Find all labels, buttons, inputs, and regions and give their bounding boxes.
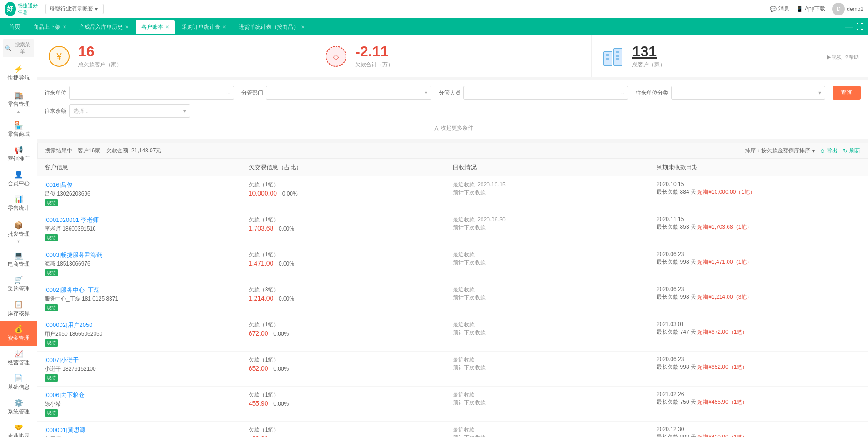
tab-products-toggle[interactable]: 商品上下架 ✕	[28, 20, 72, 34]
sidebar-item-enterprise-collab[interactable]: 🤝 企业协同	[0, 419, 37, 437]
next-collection: 预计下次收款	[453, 364, 657, 372]
sidebar-item-inventory-check[interactable]: 📋 库存核算	[0, 296, 37, 321]
tab-minimize-icon[interactable]: —	[845, 23, 853, 31]
debt-ratio: 0.00%	[273, 366, 289, 372]
sidebar-item-label: 批发管理	[8, 231, 30, 238]
customer-name-link[interactable]: [000001]黄思源	[45, 426, 249, 434]
filter-row-1: 往来单位 ··· 分管部门 ▾ 分管人员 ···	[45, 86, 861, 100]
overdue-amount-link[interactable]: 超期¥455.90（1笔）	[697, 399, 748, 405]
from-balance-input[interactable]: 选择... ▾	[69, 104, 190, 118]
app-download-button[interactable]: 📱 App下载	[796, 5, 825, 13]
svg-rect-9	[616, 55, 619, 57]
logo-text: 畅捷通好生意	[18, 3, 41, 15]
video-button[interactable]: ▶ 视频	[827, 54, 842, 60]
customer-tag: 现结	[45, 374, 58, 382]
sidebar-item-system-mgmt[interactable]: ⚙️ 系统管理	[0, 395, 37, 419]
tab-customer-account[interactable]: 客户账本 ✕	[136, 20, 175, 34]
overdue-amount-link[interactable]: 超期¥672.00（1笔）	[697, 329, 748, 335]
sidebar-item-retail-mall[interactable]: 🏪 零售商城	[0, 117, 37, 142]
customer-info-cell: [0016]吕俊 吕俊 13026203696 现结	[45, 181, 249, 206]
stat-card-debt-customers: ¥ 16 总欠款客户（家）	[37, 35, 314, 77]
debt-count: 欠款（1笔）	[249, 181, 453, 189]
sidebar-item-retail-stats[interactable]: 📊 零售统计	[0, 191, 37, 216]
overdue-amount-link[interactable]: 超期¥429.00（1笔）	[697, 434, 748, 437]
overdue-days: 最长欠款 808 天 超期¥429.00（1笔）	[657, 433, 861, 437]
chevron-down-icon: ▾	[812, 148, 815, 154]
tab-inventory-stat[interactable]: 进货单统计表（按商品） ✕	[233, 20, 310, 34]
overdue-amount-link[interactable]: 超期¥1,703.68（1笔）	[697, 224, 752, 230]
customer-info-cell: [000001]黄思源 黄思源 13552700226 现结	[45, 426, 249, 437]
member-icon: 👤	[14, 170, 23, 179]
table-row: [0003]畅捷服务尹海燕 海燕 18513066976 现结 欠款（1笔） 1…	[37, 246, 868, 281]
customer-name-link[interactable]: [0016]吕俊	[45, 181, 249, 189]
finance-icon: 💰	[14, 325, 23, 333]
sort-selector[interactable]: 排序：按欠款金额倒序排序 ▾	[745, 147, 815, 155]
sort-label-text: 排序：按欠款金额倒序排序	[745, 147, 810, 155]
sidebar-item-finance-mgmt[interactable]: 💰 资金管理	[0, 321, 37, 346]
debt-count: 欠款（1笔）	[249, 321, 453, 329]
customer-tag: 现结	[45, 199, 58, 206]
customer-name-link[interactable]: [0006]去下粮仓	[45, 391, 249, 399]
close-icon[interactable]: ✕	[63, 25, 66, 30]
sidebar-item-marketing[interactable]: 📢 营销推广	[0, 142, 37, 166]
overdue-amount-link[interactable]: 超期¥1,214.00（3笔）	[697, 294, 752, 300]
customer-name-link[interactable]: [0002]服务中心_丁磊	[45, 286, 249, 294]
overdue-days: 最长欠款 998 天 超期¥1,471.00（1笔）	[657, 258, 861, 266]
from-unit-input[interactable]: ···	[69, 86, 234, 100]
chevron-icon: ▼	[16, 239, 20, 244]
sidebar-item-ecommerce[interactable]: 💻 电商管理	[0, 247, 37, 272]
overdue-cell: 2020.06.23 最长欠款 998 天 超期¥652.00（1笔）	[657, 356, 861, 371]
refresh-button[interactable]: ↻ 刷新	[843, 147, 860, 155]
sidebar-item-retail-mgmt[interactable]: 🏬 零售管理 ▲	[0, 87, 37, 117]
sidebar-item-batch-mgmt[interactable]: 📦 批发管理 ▼	[0, 217, 37, 247]
export-button[interactable]: ⊙ 导出	[820, 147, 838, 155]
customer-name-link[interactable]: [0001020001]李老师	[45, 216, 249, 224]
close-icon[interactable]: ✕	[166, 25, 169, 30]
debt-count: 欠款（1笔）	[249, 216, 453, 224]
close-icon[interactable]: ✕	[222, 25, 226, 30]
sidebar-item-operations-mgmt[interactable]: 📈 经营管理	[0, 346, 37, 370]
dots-icon: ···	[226, 90, 230, 95]
debt-ratio: 0.00%	[279, 261, 294, 267]
overdue-amount-link[interactable]: 超期¥652.00（1笔）	[697, 364, 748, 370]
close-icon[interactable]: ✕	[301, 25, 305, 30]
tab-purchase-order[interactable]: 采购订单统计表 ✕	[176, 20, 231, 34]
dept-input[interactable]: ▾	[266, 86, 431, 100]
search-button[interactable]: 查询	[833, 86, 861, 100]
tab-bar-controls: — ⛶	[845, 23, 866, 31]
recent-collection-label: 最近收款	[453, 391, 657, 399]
help-button[interactable]: ? 帮助	[845, 54, 859, 60]
overdue-days: 最长欠款 884 天 超期¥10,000.00（1笔）	[657, 188, 861, 196]
stat-label-debt-customers: 总欠款客户（家）	[78, 61, 305, 69]
next-collection: 预计下次收款	[453, 329, 657, 337]
customer-name-link[interactable]: [000002]用户2050	[45, 321, 249, 329]
filter-from-unit: 往来单位 ···	[45, 86, 234, 100]
svg-text:◇: ◇	[333, 52, 339, 61]
svg-text:¥: ¥	[56, 51, 62, 61]
close-icon[interactable]: ✕	[125, 25, 129, 30]
overdue-amount-link[interactable]: 超期¥10,000.00（1笔）	[697, 189, 755, 195]
sidebar-item-quick-nav[interactable]: ⚡ 快捷导航	[0, 61, 37, 85]
sidebar-item-basic-info[interactable]: 📄 基础信息	[0, 370, 37, 395]
customer-tag: 现结	[45, 304, 58, 311]
sidebar-item-purchase-mgmt[interactable]: 🛒 采购管理	[0, 272, 37, 296]
filter-more-toggle[interactable]: ⋀ 收起更多条件	[45, 122, 861, 134]
sidebar-item-member-center[interactable]: 👤 会员中心	[0, 166, 37, 191]
operations-icon: 📈	[14, 349, 23, 358]
message-button[interactable]: 💬 消息	[770, 5, 789, 13]
customer-name-link[interactable]: [0003]畅捷服务尹海燕	[45, 251, 249, 259]
overdue-amount-link[interactable]: 超期¥1,471.00（1笔）	[697, 259, 752, 265]
user-avatar-button[interactable]: D demo2	[832, 3, 863, 15]
chevron-down-icon: ▾	[425, 90, 427, 96]
manager-input[interactable]: ···	[463, 86, 628, 100]
store-selector[interactable]: 母婴行业演示账套 ▾	[45, 4, 104, 14]
tab-production-history[interactable]: 产成品入库单历史 ✕	[74, 20, 134, 34]
sidebar-item-label: 会员中心	[8, 180, 30, 187]
customer-name-link[interactable]: [0007]小迸干	[45, 356, 249, 364]
tab-home[interactable]: 首页	[3, 20, 26, 34]
main-content: ¥ 16 总欠款客户（家） ◇ -2.11 欠款合计	[37, 35, 868, 437]
overdue-date: 2021.02.26	[657, 391, 861, 397]
search-menu-button[interactable]: 🔍 搜索菜单	[3, 39, 34, 57]
tab-maximize-icon[interactable]: ⛶	[856, 23, 863, 31]
unit-class-input[interactable]: ▾	[671, 86, 825, 100]
